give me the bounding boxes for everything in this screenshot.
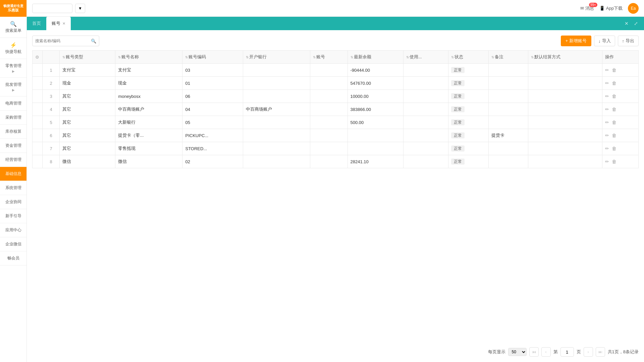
row-actions: ✏ 🗑 xyxy=(602,90,639,103)
row-account-no xyxy=(310,90,347,103)
sidebar-item-enterprise-wechat[interactable]: 企业微信 xyxy=(0,237,26,251)
sidebar-item-inventory-calc[interactable]: 库存核算 xyxy=(0,125,26,139)
row-num: 4 xyxy=(43,103,60,116)
row-status: 正常 xyxy=(448,90,489,103)
import-button[interactable]: ↓ 导入 xyxy=(594,36,615,46)
table-row: 2 现金 现金 01 547670.00 正常 ✏ 🗑 xyxy=(33,77,639,90)
row-default-settlement xyxy=(528,155,602,168)
row-usage xyxy=(403,155,448,168)
table-row: 6 其它 提货卡（零... PICKUPC... 正常 提货卡 ✏ 🗑 xyxy=(33,129,639,142)
main-area: ▼ ✉ 消息 99+ 📱 App下载 Ea 首页 账号 ✕ ✕ ⤢ xyxy=(27,0,644,362)
edit-button[interactable]: ✏ xyxy=(605,159,609,164)
chevron-right-icon: ▶ xyxy=(12,69,15,73)
delete-button[interactable]: 🗑 xyxy=(612,94,616,99)
col-bank[interactable]: ⇅开户银行 xyxy=(243,51,310,64)
edit-button[interactable]: ✏ xyxy=(605,107,609,112)
row-account-name: 现金 xyxy=(115,77,182,90)
first-page-button[interactable]: ⏮ xyxy=(529,347,539,357)
row-usage xyxy=(403,103,448,116)
sidebar-item-new-guide[interactable]: 新手引导 xyxy=(0,209,26,223)
column-settings-icon[interactable]: ⚙ xyxy=(35,55,39,60)
quick-nav-icon: ⚡ xyxy=(1,42,25,48)
accounts-table: ⚙ ⇅账号类型 ⇅账号名称 ⇅账号编码 ⇅开户银行 ⇅账号 ⇅最新余额 ⇅使用.… xyxy=(32,50,639,168)
col-status[interactable]: ⇅状态 xyxy=(448,51,489,64)
row-status: 正常 xyxy=(448,116,489,129)
delete-button[interactable]: 🗑 xyxy=(612,146,616,151)
messages-button[interactable]: ✉ 消息 99+ xyxy=(580,5,594,11)
row-account-name: moneybosx xyxy=(115,90,182,103)
next-page-button[interactable]: › xyxy=(584,347,593,357)
edit-button[interactable]: ✏ xyxy=(605,67,609,73)
sidebar-item-ecommerce-mgmt[interactable]: 电商管理 xyxy=(0,97,26,111)
delete-button[interactable]: 🗑 xyxy=(612,159,616,164)
row-remarks xyxy=(489,142,528,155)
row-account-code: 05 xyxy=(182,116,243,129)
tab-home[interactable]: 首页 xyxy=(27,17,46,30)
delete-button[interactable]: 🗑 xyxy=(612,120,616,125)
row-remarks xyxy=(489,103,528,116)
current-page-input[interactable] xyxy=(560,347,574,357)
sidebar-item-app-center[interactable]: 应用中心 xyxy=(0,223,26,237)
row-bank xyxy=(243,155,310,168)
col-default-settlement[interactable]: ⇅默认结算方式 xyxy=(528,51,602,64)
tab-close-button[interactable]: ✕ xyxy=(62,21,65,26)
col-remarks[interactable]: ⇅备注 xyxy=(489,51,528,64)
page-size-select[interactable]: 10 20 50 100 xyxy=(508,348,527,356)
row-default-settlement xyxy=(528,116,602,129)
edit-button[interactable]: ✏ xyxy=(605,120,609,125)
row-account-code: 01 xyxy=(182,77,243,90)
sidebar-item-purchase-mgmt[interactable]: 采购管理 xyxy=(0,111,26,125)
row-latest-balance xyxy=(347,129,403,142)
add-account-button[interactable]: + 新增账号 xyxy=(561,36,591,46)
top-search-input[interactable] xyxy=(32,4,72,13)
row-num: 8 xyxy=(43,155,60,168)
sidebar-item-quick-nav[interactable]: ⚡ 快捷导航 xyxy=(0,38,26,59)
close-window-button[interactable]: ✕ xyxy=(623,19,631,27)
delete-button[interactable]: 🗑 xyxy=(612,133,616,138)
row-default-settlement xyxy=(528,64,602,77)
edit-button[interactable]: ✏ xyxy=(605,146,609,151)
sidebar-item-enterprise-agreement[interactable]: 企业协同 xyxy=(0,195,26,209)
tab-account[interactable]: 账号 ✕ xyxy=(46,17,71,30)
row-account-no xyxy=(310,129,347,142)
col-latest-balance[interactable]: ⇅最新余额 xyxy=(347,51,403,64)
col-account-type[interactable]: ⇅账号类型 xyxy=(60,51,115,64)
col-usage[interactable]: ⇅使用... xyxy=(403,51,448,64)
app-download-button[interactable]: 📱 App下载 xyxy=(599,5,623,11)
dropdown-button[interactable]: ▼ xyxy=(75,4,85,13)
col-account-no[interactable]: ⇅账号 xyxy=(310,51,347,64)
user-avatar[interactable]: Ea xyxy=(628,3,639,14)
sidebar-item-basic-info[interactable]: 基础信息 xyxy=(0,167,26,181)
sidebar-item-vip-member[interactable]: 畅会员 xyxy=(0,251,26,265)
last-page-button[interactable]: ⏭ xyxy=(596,347,605,357)
sidebar-item-system-mgmt[interactable]: 系统管理 xyxy=(0,181,26,195)
row-usage xyxy=(403,77,448,90)
table-row: 1 支付宝 支付宝 03 -90444.00 正常 ✏ 🗑 xyxy=(33,64,639,77)
delete-button[interactable]: 🗑 xyxy=(612,107,616,112)
search-input[interactable] xyxy=(35,39,91,43)
col-account-name[interactable]: ⇅账号名称 xyxy=(115,51,182,64)
prev-page-button[interactable]: ‹ xyxy=(541,347,551,357)
sidebar-item-wholesale-mgmt[interactable]: 批发管理 ▶ xyxy=(0,78,26,97)
sidebar-item-search-menu[interactable]: 🔍 搜索菜单 xyxy=(0,17,26,38)
delete-button[interactable]: 🗑 xyxy=(612,80,616,86)
export-button[interactable]: ↑ 导出 xyxy=(618,36,639,46)
search-icon[interactable]: 🔍 xyxy=(91,39,96,44)
delete-button[interactable]: 🗑 xyxy=(612,67,616,73)
row-account-no xyxy=(310,64,347,77)
row-actions: ✏ 🗑 xyxy=(602,142,639,155)
edit-button[interactable]: ✏ xyxy=(605,133,609,138)
maximize-window-button[interactable]: ⤢ xyxy=(632,19,640,27)
row-remarks xyxy=(489,64,528,77)
sidebar-item-capital-mgmt[interactable]: 资金管理 xyxy=(0,139,26,153)
row-latest-balance: 10000.00 xyxy=(347,90,403,103)
row-settings-cell xyxy=(33,103,43,116)
col-account-code[interactable]: ⇅账号编码 xyxy=(182,51,243,64)
edit-button[interactable]: ✏ xyxy=(605,80,609,86)
sidebar-item-operations-mgmt[interactable]: 经营管理 xyxy=(0,153,26,167)
row-status: 正常 xyxy=(448,64,489,77)
row-settings-cell xyxy=(33,77,43,90)
sidebar-item-retail-mgmt[interactable]: 零售管理 ▶ xyxy=(0,59,26,78)
row-usage xyxy=(403,64,448,77)
edit-button[interactable]: ✏ xyxy=(605,94,609,99)
